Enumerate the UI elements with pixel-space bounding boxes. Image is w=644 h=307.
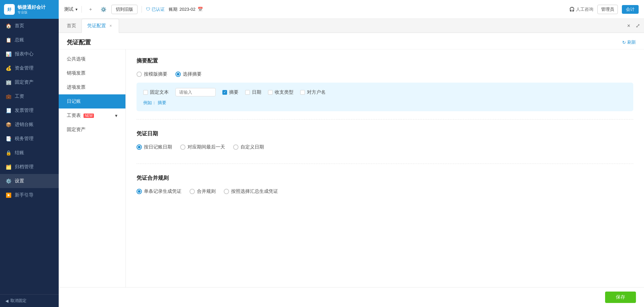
radio-template-summary[interactable]: 按模版摘要 [137,71,167,77]
radio-select-circle [175,72,181,77]
sidebar-item-settings[interactable]: ⚙️ 设置 [0,174,59,188]
nav-item-payroll[interactable]: 工资表 NEW ▾ [59,108,125,123]
checkbox-fixed-text[interactable]: 固定文本 [143,89,169,95]
example-label: 例如： [143,100,156,105]
sales-icon: 📦 [5,122,11,128]
radio-diary-date[interactable]: 按日记账日期 [137,144,172,150]
sidebar-item-invoice[interactable]: 🧾 发票管理 [0,103,59,118]
headset-icon: 🎧 [569,7,575,12]
radio-period-last[interactable]: 对应期间最后一天 [180,144,225,150]
sidebar-item-label: 进销台账 [15,122,34,128]
left-nav: 公共选项 销项发票 进项发票 日记账 工资表 NEW [59,49,126,287]
archive-icon: 🗂️ [5,164,11,170]
sidebar-item-capital[interactable]: 💰 资金管理 [0,61,59,75]
sidebar-item-label: 总账 [15,37,24,43]
sidebar-item-archive[interactable]: 🗂️ 归档管理 [0,160,59,174]
salary-icon: 💼 [5,93,11,99]
sidebar: 好 畅捷通好会计 专业版 🏠 首页 📋 总账 📊 报表中心 💰 资金管理 🏢 固… [0,0,59,307]
chevron-down-icon: ▾ [115,113,117,118]
checkbox-counterparty[interactable]: 对方户名 [300,89,326,95]
accountant-button[interactable]: 会计 [622,5,639,14]
calendar-icon[interactable]: 📅 [198,7,203,12]
section-date: 凭证日期 按日记账日期 对应期间最后一天 自定义日期 [137,130,633,164]
sidebar-item-label: 设置 [15,178,24,184]
user-button[interactable]: 管理员 [597,5,618,14]
nav-item-diary[interactable]: 日记账 [59,94,125,108]
radio-single-record[interactable]: 单条记录生成凭证 [137,188,181,194]
expand-icon[interactable]: ⤢ [634,21,641,30]
radio-summary-gen[interactable]: 按照选择汇总生成凭证 [224,188,278,194]
checkbox-summary[interactable]: 摘要 [222,89,238,95]
topbar-divider-2 [142,6,142,13]
sidebar-item-label: 发票管理 [15,107,34,114]
checkbox-income-type-box [268,90,273,95]
sidebar-item-label: 资金管理 [15,65,34,71]
sidebar-item-label: 首页 [15,23,24,29]
add-button[interactable]: ＋ [86,5,95,14]
nav-item-purchase-invoice[interactable]: 进项发票 [59,80,125,94]
sidebar-item-home[interactable]: 🏠 首页 [0,19,59,33]
service-button[interactable]: 🎧 人工咨询 [569,6,593,12]
section-summary-title: 摘要配置 [137,57,633,64]
tab-close-icon[interactable]: × [108,23,113,29]
settings-gear-icon[interactable]: ⚙️ [99,5,108,14]
checkbox-income-type[interactable]: 收支类型 [268,89,293,95]
cancel-fixed-button[interactable]: ◀ 取消固定 [0,294,59,307]
reports-icon: 📊 [5,51,11,57]
checkbox-date-box [245,90,250,95]
checkbox-date[interactable]: 日期 [245,89,261,95]
assets-icon: 🏢 [5,79,11,85]
shield-icon: 🛡 [146,7,150,12]
company-selector[interactable]: 测试 ▾ [64,6,77,12]
example-value: 摘要 [158,100,166,105]
sidebar-scroll: 🏠 首页 📋 总账 📊 报表中心 💰 资金管理 🏢 固定资产 💼 工资 🧾 发票… [0,19,59,294]
sidebar-item-label: 归档管理 [15,164,34,170]
topbar-actions: ＋ ⚙️ 切到旧版 [86,5,138,14]
sidebar-item-label: 新手引导 [15,192,34,198]
sidebar-item-label: 税务管理 [15,136,34,142]
capital-icon: 💰 [5,65,11,71]
content-body: 公共选项 销项发票 进项发票 日记账 工资表 NEW [59,49,644,287]
summary-config-box: 固定文本 摘要 日期 [137,83,633,111]
radio-diary-circle [137,144,142,150]
footer-bar: 保存 [59,287,644,307]
radio-select-summary[interactable]: 选择摘要 [175,71,202,77]
radio-template-circle [137,72,142,77]
nav-item-public[interactable]: 公共选项 [59,52,125,66]
radio-merge-rule[interactable]: 合并规则 [190,188,216,194]
sidebar-item-ledger[interactable]: 📋 总账 [0,33,59,47]
tab-voucher-config[interactable]: 凭证配置 × [82,19,119,33]
summary-radio-group: 按模版摘要 选择摘要 [137,71,633,77]
period-info: 账期 2023-02 📅 [169,6,203,12]
sidebar-item-close[interactable]: 🔒 结账 [0,146,59,160]
summary-example: 例如： 摘要 [143,100,627,106]
nav-item-sales-invoice[interactable]: 销项发票 [59,66,125,80]
switch-version-button[interactable]: 切到旧版 [111,5,138,14]
section-summary: 摘要配置 按模版摘要 选择摘要 [137,57,633,120]
fixed-text-input[interactable] [175,88,216,96]
topbar-divider-1 [82,6,82,13]
refresh-button[interactable]: ↻ 刷新 [622,39,636,45]
tab-home[interactable]: 首页 [61,19,82,33]
summary-options-row: 固定文本 摘要 日期 [143,88,627,96]
sidebar-item-salary[interactable]: 💼 工资 [0,89,59,103]
nav-item-fixed-assets[interactable]: 固定资产 [59,123,125,137]
sidebar-item-sales[interactable]: 📦 进销台账 [0,118,59,132]
logo-text: 畅捷通好会计 [17,4,46,10]
sidebar-item-guide[interactable]: ▶️ 新手引导 [0,188,59,202]
radio-custom-date[interactable]: 自定义日期 [233,144,264,150]
date-radio-group: 按日记账日期 对应期间最后一天 自定义日期 [137,144,633,150]
radio-merge-circle [190,189,195,194]
sidebar-item-tax[interactable]: 📑 税务管理 [0,132,59,146]
radio-period-circle [180,144,185,150]
main-area: 测试 ▾ ＋ ⚙️ 切到旧版 🛡 已认证 账期 2023-02 📅 🎧 人工咨询… [59,0,644,307]
sidebar-item-assets[interactable]: 🏢 固定资产 [0,75,59,89]
sidebar-item-reports[interactable]: 📊 报表中心 [0,47,59,61]
content-wrapper: 凭证配置 ↻ 刷新 公共选项 销项发票 进项发票 日记账 [59,33,644,307]
merge-radio-group: 单条记录生成凭证 合并规则 按照选择汇总生成凭证 [137,188,633,194]
guide-icon: ▶️ [5,192,11,198]
close-window-icon[interactable]: × [626,21,632,30]
page-title: 凭证配置 [67,38,91,46]
save-button[interactable]: 保存 [605,292,636,303]
tabbar-right: × ⤢ [626,21,641,30]
